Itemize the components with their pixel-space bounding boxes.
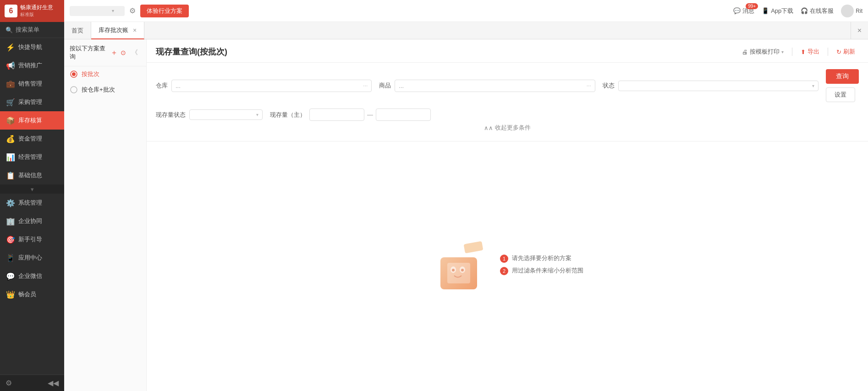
warehouse-input[interactable]: ... ··· bbox=[171, 80, 372, 92]
export-btn[interactable]: ⬆ 导出 bbox=[797, 46, 823, 58]
status-select[interactable]: ▾ bbox=[618, 81, 819, 91]
empty-state: 1 请先选择要分析的方案 2 用过滤条件来缩小分析范围 bbox=[147, 141, 868, 391]
sidebar-item-operations[interactable]: 📊 经营管理 bbox=[0, 148, 64, 166]
sidebar-item-label: 系统管理 bbox=[18, 199, 42, 207]
online-service-btn[interactable]: 🎧 在线客服 bbox=[801, 7, 834, 15]
search-menu-item[interactable]: 🔍 搜索菜单 bbox=[0, 22, 64, 38]
sidebar-item-label: 采购管理 bbox=[18, 98, 42, 106]
sidebar-item-label: 企业微信 bbox=[18, 272, 42, 280]
system-icon: ⚙️ bbox=[6, 199, 15, 207]
collapse-sidebar-btn[interactable]: ◀◀ bbox=[48, 379, 59, 387]
inventory-status-label: 现存量状态 bbox=[156, 111, 186, 119]
sidebar-item-purchase[interactable]: 🛒 采购管理 bbox=[0, 93, 64, 111]
content-area: 按以下方案查询 ＋ ⊙ 《 按批次 bbox=[64, 39, 868, 391]
finance-icon: 💰 bbox=[6, 135, 15, 143]
username: Rit bbox=[856, 8, 863, 14]
sidebar-item-label: 畅会员 bbox=[18, 290, 36, 299]
topbar-gear-icon[interactable]: ⚙ bbox=[129, 6, 136, 15]
inventory-qty-range: — bbox=[309, 109, 431, 121]
enterprise-icon: 🏢 bbox=[6, 217, 15, 225]
settings-btn[interactable]: 设置 bbox=[826, 87, 855, 102]
product-label: 商品 bbox=[379, 81, 391, 90]
avatar bbox=[841, 5, 854, 17]
sidebar-item-label: 经营管理 bbox=[18, 153, 42, 161]
right-content: 现存量查询(按批次) 🖨 按模板打印 ▾ ⬆ 导出 ↻ 刷 bbox=[147, 39, 868, 391]
step-num-2: 2 bbox=[500, 267, 508, 275]
left-panel-title: 按以下方案查询 bbox=[70, 44, 110, 61]
export-label: 导出 bbox=[808, 48, 819, 56]
search-icon: 🔍 bbox=[5, 27, 13, 33]
scroll-down-btn[interactable]: ▾ bbox=[0, 185, 64, 194]
sidebar-item-guide[interactable]: 🎯 新手引导 bbox=[0, 230, 64, 249]
scheme-by-batch[interactable]: 按批次 bbox=[64, 66, 146, 82]
sidebar-item-quick[interactable]: ⚡ 快捷导航 bbox=[0, 38, 64, 56]
page-header-actions: 🖨 按模板打印 ▾ ⬆ 导出 ↻ 刷新 bbox=[738, 46, 859, 58]
collapse-filter-btn[interactable]: ∧∧ 收起更多条件 bbox=[156, 121, 859, 135]
warehouse-placeholder: ... bbox=[176, 82, 361, 89]
empty-step-2-text: 用过滤条件来缩小分析范围 bbox=[512, 266, 583, 275]
basic-icon: 📋 bbox=[6, 171, 15, 179]
product-more-icon: ··· bbox=[587, 82, 591, 89]
tab-inventory-batch[interactable]: 库存批次账 × bbox=[91, 22, 144, 39]
inventory-qty-max[interactable] bbox=[376, 109, 431, 121]
sidebar-header: 6 畅康通好生意 标准版 bbox=[0, 0, 64, 22]
inventory-icon: 📦 bbox=[6, 116, 15, 125]
user-avatar[interactable]: Rit bbox=[841, 5, 863, 17]
sidebar-item-sales[interactable]: 💼 销售管理 bbox=[0, 75, 64, 93]
filter-inventory-qty: 现存量（主） — bbox=[270, 109, 431, 121]
sidebar-item-inventory[interactable]: 📦 库存核算 bbox=[0, 111, 64, 130]
app-download-btn[interactable]: 📱 App下载 bbox=[762, 7, 793, 15]
dropdown-icon: ▾ bbox=[112, 8, 114, 13]
filter-warehouse: 仓库 ... ··· bbox=[156, 80, 372, 92]
product-input[interactable]: ... ··· bbox=[395, 80, 595, 92]
scheme-settings-btn[interactable]: ⊙ bbox=[121, 49, 126, 56]
print-dropdown-icon[interactable]: ▾ bbox=[781, 49, 784, 54]
sidebar-item-marketing[interactable]: 📢 营销推广 bbox=[0, 56, 64, 75]
collapse-left-panel-btn[interactable]: 《 bbox=[129, 44, 141, 61]
experience-btn[interactable]: 体验行业方案 bbox=[140, 5, 189, 17]
status-label: 状态 bbox=[603, 81, 615, 90]
sidebar-item-member[interactable]: 👑 畅会员 bbox=[0, 285, 64, 304]
collapse-filter-label: 收起更多条件 bbox=[495, 124, 531, 132]
topbar-search-input[interactable] bbox=[73, 8, 110, 14]
refresh-label: 刷新 bbox=[843, 48, 855, 56]
messages-btn[interactable]: 💬 消息 99+ bbox=[733, 7, 754, 15]
page-header: 现存量查询(按批次) 🖨 按模板打印 ▾ ⬆ 导出 ↻ 刷 bbox=[147, 39, 868, 63]
sidebar-item-system[interactable]: ⚙️ 系统管理 bbox=[0, 194, 64, 212]
settings-icon[interactable]: ⚙ bbox=[5, 379, 12, 387]
svg-point-2 bbox=[71, 87, 77, 93]
chevron-up-icon: ∧∧ bbox=[484, 125, 493, 131]
member-icon: 👑 bbox=[6, 290, 15, 299]
scheme-by-warehouse-batch[interactable]: 按仓库+批次 bbox=[64, 82, 146, 98]
header-divider-1 bbox=[792, 48, 792, 56]
filter-row-2: 现存量状态 ▾ 现存量（主） — bbox=[156, 109, 859, 121]
inventory-status-select[interactable]: ▾ bbox=[189, 109, 263, 120]
sidebar-item-label: 销售管理 bbox=[18, 80, 42, 88]
main-area: ▾ ⚙ 体验行业方案 💬 消息 99+ 📱 App下载 🎧 在线客服 Rit bbox=[64, 0, 868, 391]
print-btn[interactable]: 🖨 按模板打印 ▾ bbox=[738, 46, 787, 58]
close-all-tabs-btn[interactable]: × bbox=[851, 22, 868, 39]
headset-icon: 🎧 bbox=[801, 7, 808, 14]
tab-close-icon[interactable]: × bbox=[133, 27, 137, 34]
add-scheme-btn[interactable]: ＋ bbox=[110, 48, 118, 58]
empty-illustration bbox=[431, 239, 486, 294]
sidebar-item-app-center[interactable]: 📱 应用中心 bbox=[0, 249, 64, 267]
sidebar-item-label: 营销推广 bbox=[18, 61, 42, 70]
refresh-btn[interactable]: ↻ 刷新 bbox=[833, 46, 859, 58]
sidebar-item-enterprise[interactable]: 🏢 企业协同 bbox=[0, 212, 64, 230]
inventory-qty-min[interactable] bbox=[309, 109, 364, 121]
sidebar-footer: ⚙ ◀◀ bbox=[0, 375, 64, 391]
close-all-icon: × bbox=[857, 27, 862, 35]
query-btn[interactable]: 查询 bbox=[826, 69, 859, 84]
sidebar-item-finance[interactable]: 💰 资金管理 bbox=[0, 130, 64, 148]
warehouse-label: 仓库 bbox=[156, 81, 168, 90]
export-icon: ⬆ bbox=[801, 49, 806, 55]
topbar-search-wrap[interactable]: ▾ bbox=[70, 6, 125, 16]
sidebar: 6 畅康通好生意 标准版 🔍 搜索菜单 ⚡ 快捷导航 📢 营销推广 💼 销售管理… bbox=[0, 0, 64, 391]
sidebar-item-wechat[interactable]: 💬 企业微信 bbox=[0, 267, 64, 285]
sidebar-item-basic[interactable]: 📋 基础信息 bbox=[0, 166, 64, 185]
tab-home[interactable]: 首页 bbox=[64, 22, 91, 39]
online-service-label: 在线客服 bbox=[810, 7, 834, 15]
status-dropdown-icon: ▾ bbox=[812, 83, 814, 88]
warehouse-more-icon: ··· bbox=[363, 82, 368, 89]
